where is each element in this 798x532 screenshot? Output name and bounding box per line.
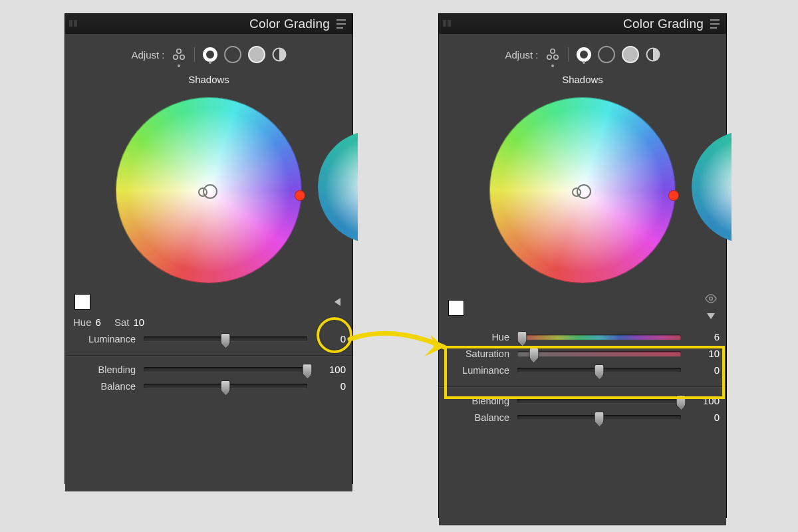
color-grading-panel-right: Color Grading Adjust : Shadows — [438, 13, 727, 518]
saturation-value[interactable]: 10 — [681, 348, 720, 359]
luminance-value[interactable]: 0 — [307, 333, 346, 344]
svg-point-1 — [173, 55, 177, 59]
hue-label: Hue — [446, 332, 517, 342]
hue-row: Hue 6 — [446, 331, 720, 342]
adjust-label: Adjust : — [131, 49, 164, 61]
color-wheel-area — [72, 90, 346, 290]
panel-body: Adjust : Shadows — [65, 34, 352, 491]
panel-grip-icon[interactable] — [69, 20, 77, 27]
panel-header: Color Grading — [439, 14, 726, 34]
adjust-mode-row: Adjust : — [72, 46, 346, 63]
triangle-down-icon — [707, 313, 715, 319]
balance-row: Balance 0 — [446, 412, 720, 423]
collapse-sliders-button[interactable] — [705, 310, 717, 322]
color-wheel-area — [446, 90, 720, 290]
sat-label: Sat — [114, 317, 130, 328]
divider — [65, 355, 352, 356]
wheel-hue-handle[interactable] — [295, 190, 305, 201]
panel-grip-icon[interactable] — [443, 20, 451, 27]
balance-value[interactable]: 0 — [681, 412, 720, 423]
global-mode-icon[interactable] — [646, 47, 660, 62]
midtones-mode-icon[interactable] — [224, 46, 241, 63]
balance-slider[interactable] — [144, 384, 307, 388]
svg-point-4 — [550, 49, 554, 53]
luminance-label: Luminance — [446, 365, 517, 376]
midtones-mode-icon[interactable] — [598, 46, 615, 63]
luminance-row: Luminance 0 — [72, 333, 346, 344]
blending-slider[interactable] — [144, 367, 307, 372]
luminance-slider[interactable] — [517, 368, 681, 372]
luminance-row: Luminance 0 — [446, 364, 720, 376]
expand-sliders-button[interactable] — [331, 296, 343, 308]
wheel-center-handle[interactable] — [203, 184, 217, 199]
balance-value[interactable]: 0 — [307, 380, 346, 392]
hue-slider[interactable] — [517, 334, 681, 340]
three-way-mode-icon[interactable] — [545, 47, 560, 62]
balance-label: Balance — [446, 412, 517, 423]
eye-icon[interactable] — [705, 294, 717, 306]
svg-point-5 — [547, 55, 551, 59]
highlights-mode-icon[interactable] — [248, 46, 265, 63]
adjust-label: Adjust : — [505, 49, 538, 61]
balance-row: Balance 0 — [72, 380, 346, 392]
three-way-mode-icon[interactable] — [172, 47, 186, 62]
wheel-hue-handle[interactable] — [668, 190, 679, 201]
panel-title: Color Grading — [249, 17, 330, 31]
separator — [194, 47, 195, 62]
section-title: Shadows — [446, 74, 720, 85]
saturation-slider[interactable] — [517, 351, 681, 356]
panel-toggle-icon[interactable] — [336, 19, 346, 29]
sat-value[interactable]: 10 — [133, 317, 144, 328]
shadow-color-swatch[interactable] — [74, 294, 90, 310]
panel-toggle-icon[interactable] — [710, 19, 720, 29]
blending-value[interactable]: 100 — [307, 364, 346, 375]
next-wheel-peek[interactable] — [318, 130, 358, 243]
svg-point-2 — [180, 55, 184, 59]
luminance-value[interactable]: 0 — [681, 364, 720, 376]
luminance-slider[interactable] — [144, 336, 307, 341]
saturation-label: Saturation — [446, 348, 517, 359]
luminance-label: Luminance — [72, 334, 144, 344]
blending-value[interactable]: 100 — [681, 395, 720, 406]
svg-point-6 — [553, 55, 557, 59]
hue-sat-compact: Hue6 Sat10 — [73, 317, 346, 328]
saturation-row: Saturation 10 — [446, 348, 720, 359]
balance-label: Balance — [72, 381, 144, 392]
panel-title: Color Grading — [623, 17, 704, 31]
svg-point-8 — [710, 297, 713, 301]
triangle-left-icon — [334, 298, 340, 306]
highlights-mode-icon[interactable] — [622, 46, 639, 63]
blending-row: Blending 100 — [72, 364, 346, 375]
divider — [439, 386, 726, 387]
color-grading-panel-left: Color Grading Adjust : Shadows — [65, 13, 353, 484]
shadows-mode-icon[interactable] — [577, 47, 591, 62]
next-wheel-peek[interactable] — [692, 130, 732, 243]
svg-point-0 — [176, 49, 180, 53]
adjust-mode-row: Adjust : — [446, 46, 720, 63]
balance-slider[interactable] — [517, 415, 681, 420]
hue-value[interactable]: 6 — [681, 331, 720, 342]
blending-row: Blending 100 — [446, 395, 720, 406]
panel-body: Adjust : Shadows — [439, 34, 726, 525]
separator — [568, 47, 569, 62]
shadows-mode-icon[interactable] — [203, 47, 217, 62]
section-title: Shadows — [72, 74, 346, 85]
wheel-center-handle[interactable] — [577, 184, 591, 199]
hue-value[interactable]: 6 — [96, 317, 101, 328]
shadow-color-swatch[interactable] — [448, 300, 464, 316]
hue-label: Hue — [73, 317, 92, 328]
global-mode-icon[interactable] — [272, 47, 287, 62]
blending-label: Blending — [446, 396, 517, 406]
panel-header: Color Grading — [65, 14, 352, 34]
blending-slider[interactable] — [517, 398, 681, 403]
blending-label: Blending — [72, 364, 144, 375]
